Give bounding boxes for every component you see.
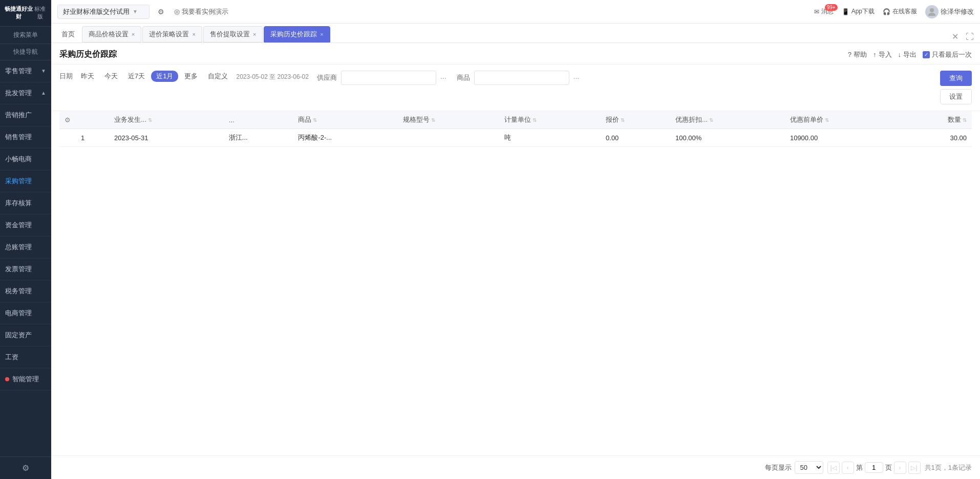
collapse-icon[interactable]: ✕ <box>950 31 961 42</box>
column-quantity[interactable]: 数量 ⇅ <box>902 111 972 129</box>
date-last7-btn[interactable]: 近7天 <box>124 71 149 82</box>
prev-page-button[interactable]: ‹ <box>842 462 854 474</box>
sidebar-item-label: 采购管理 <box>5 177 32 186</box>
supplier-dots[interactable]: ··· <box>438 74 449 82</box>
sidebar-item-ecommerce[interactable]: 电商管理 <box>0 302 51 324</box>
tab-home-label: 首页 <box>61 30 75 39</box>
next-page-button[interactable]: › <box>894 462 906 474</box>
online-service-button[interactable]: 🎧 在线客服 <box>883 7 917 16</box>
column-spec[interactable]: 规格型号 ⇅ <box>398 111 499 129</box>
column-more[interactable]: ... <box>224 111 293 129</box>
sidebar-item-label: 发票管理 <box>5 265 32 274</box>
tab-purchase-strategy[interactable]: 进价策略设置 × <box>142 26 202 42</box>
sidebar-item-retail[interactable]: 零售管理 ▼ <box>0 60 51 82</box>
sidebar-item-sales[interactable]: 销售管理 <box>0 126 51 148</box>
sidebar-item-wholesale[interactable]: 批发管理 ▲ <box>0 82 51 104</box>
sidebar-item-assets[interactable]: 固定资产 <box>0 324 51 346</box>
row-product: 丙烯酸-2-... <box>293 129 398 147</box>
date-yesterday-btn[interactable]: 昨天 <box>77 71 98 82</box>
date-filter-group: 日期 昨天 今天 近7天 近1月 更多 自定义 2023-05-02 至 202… <box>59 71 309 82</box>
tab-history-price[interactable]: 采购历史价跟踪 × <box>264 26 330 42</box>
export-button[interactable]: ↓ 导出 <box>898 50 917 59</box>
product-input-wrap: ··· <box>474 71 582 85</box>
date-today-btn[interactable]: 今天 <box>100 71 122 82</box>
product-filter-group: 商品 ··· <box>457 71 582 85</box>
column-unit-label: 计量单位 <box>504 115 531 124</box>
tab-purchase-strategy-close-icon[interactable]: × <box>192 31 195 37</box>
column-discount[interactable]: 优惠折扣... ⇅ <box>670 111 785 129</box>
column-date[interactable]: 业务发生... ⇅ <box>109 111 224 129</box>
page-label: 第 <box>856 463 863 472</box>
demo-button[interactable]: ◎ 我要看实例演示 <box>174 7 228 16</box>
export-icon: ↓ <box>898 51 902 58</box>
sidebar-item-finance[interactable]: 资金管理 <box>0 214 51 236</box>
date-custom-btn[interactable]: 自定义 <box>204 71 232 82</box>
sidebar-item-invoice[interactable]: 发票管理 <box>0 258 51 280</box>
filter-settings-button[interactable]: 设置 <box>940 89 972 104</box>
query-button[interactable]: 查询 <box>940 71 972 86</box>
sidebar-item-purchase[interactable]: 采购管理 <box>0 170 51 192</box>
sidebar-item-label: 小畅电商 <box>5 155 32 164</box>
quick-nav[interactable]: 快捷导航 <box>0 44 51 60</box>
app-download-button[interactable]: 📱 App下载 <box>842 7 875 16</box>
import-button[interactable]: ↑ 导入 <box>873 50 892 59</box>
sidebar-item-tax[interactable]: 税务管理 <box>0 280 51 302</box>
table-gear-icon: ⚙ <box>65 116 71 124</box>
sidebar-item-ledger[interactable]: 总账管理 <box>0 236 51 258</box>
page-actions: ? 帮助 ↑ 导入 ↓ 导出 ✓ 只看最后一次 <box>848 50 972 59</box>
sidebar-item-salary[interactable]: 工资 <box>0 346 51 368</box>
help-button[interactable]: ? 帮助 <box>848 50 867 59</box>
column-unit[interactable]: 计量单位 ⇅ <box>499 111 601 129</box>
only-last-checkbox[interactable]: ✓ 只看最后一次 <box>923 50 972 59</box>
date-more-btn[interactable]: 更多 <box>180 71 202 82</box>
page-size-wrap: 每页显示 50 100 200 <box>765 461 823 474</box>
table-header-row: ⚙ 业务发生... ⇅ ... <box>59 111 972 129</box>
topbar-settings-button[interactable]: ⚙ <box>154 5 168 19</box>
per-page-select[interactable]: 50 100 200 <box>795 461 823 474</box>
fullscreen-icon[interactable]: ⛶ <box>964 31 976 42</box>
column-quantity-label: 数量 <box>948 115 961 124</box>
tab-home[interactable]: 首页 <box>55 26 81 42</box>
column-product-label: 商品 <box>298 115 311 124</box>
product-dots[interactable]: ··· <box>571 74 582 82</box>
row-supplier: 浙江... <box>224 129 293 147</box>
message-button[interactable]: ✉ 消息 99+ <box>814 7 834 16</box>
sidebar-item-inventory[interactable]: 库存核算 <box>0 192 51 214</box>
user-profile[interactable]: 徐泽华修改 <box>925 5 974 18</box>
topbar-right: ✉ 消息 99+ 📱 App下载 🎧 在线客服 徐泽华修改 <box>814 5 974 18</box>
only-last-label: 只看最后一次 <box>932 50 972 59</box>
column-product[interactable]: 商品 ⇅ <box>293 111 398 129</box>
sidebar-item-smart[interactable]: 智能管理 <box>0 368 51 390</box>
search-menu[interactable]: 搜索菜单 <box>0 27 51 44</box>
page-number-input[interactable] <box>865 462 883 473</box>
tab-sale-price[interactable]: 售价提取设置 × <box>203 26 263 42</box>
sidebar-item-marketing[interactable]: 营销推广 <box>0 104 51 126</box>
filter-actions: 查询 设置 <box>940 71 972 104</box>
first-page-button[interactable]: |◁ <box>827 462 840 474</box>
column-discount-label: 优惠折扣... <box>675 115 708 124</box>
page: 采购历史价跟踪 ? 帮助 ↑ 导入 ↓ 导出 ✓ <box>51 43 980 479</box>
row-spec <box>398 129 499 147</box>
sidebar-item-label: 工资 <box>5 353 18 362</box>
column-price-before[interactable]: 优惠前单价 ⇅ <box>785 111 902 129</box>
row-price: 0.00 <box>601 129 670 147</box>
sidebar-item-label: 库存核算 <box>5 199 32 208</box>
last-page-button[interactable]: ▷| <box>908 462 921 474</box>
column-spec-label: 规格型号 <box>403 115 430 124</box>
tab-price-close-icon[interactable]: × <box>132 31 135 37</box>
version-selector[interactable]: 好业财标准版交付试用 ▼ <box>57 5 150 19</box>
supplier-input[interactable] <box>341 71 436 85</box>
date-last1m-btn[interactable]: 近1月 <box>151 71 178 82</box>
sidebar-item-ecommerce-small[interactable]: 小畅电商 <box>0 148 51 170</box>
product-input[interactable] <box>474 71 569 85</box>
import-label: 导入 <box>879 50 892 59</box>
chevron-down-icon: ▼ <box>41 68 46 74</box>
tab-sale-price-close-icon[interactable]: × <box>253 31 256 37</box>
settings-gear-icon[interactable]: ⚙ <box>22 464 29 472</box>
sort-quantity-icon: ⇅ <box>963 117 967 123</box>
tab-history-price-close-icon[interactable]: × <box>320 31 323 37</box>
tab-price[interactable]: 商品价格设置 × <box>82 26 141 42</box>
sort-price-icon: ⇅ <box>621 117 625 123</box>
column-price[interactable]: 报价 ⇅ <box>601 111 670 129</box>
column-gear[interactable]: ⚙ <box>59 111 76 129</box>
